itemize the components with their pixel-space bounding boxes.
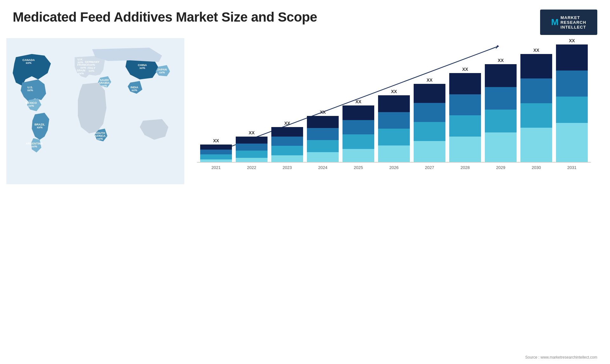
india-value: xx% [132, 89, 137, 92]
bar-seg-3 [378, 129, 410, 145]
bar-seg-2 [378, 112, 410, 129]
bar-2031-stack [556, 44, 588, 162]
italy-value: xx% [89, 69, 94, 72]
bar-2030-label: XX [533, 48, 539, 53]
bar-2026-stack [378, 95, 410, 162]
x-axis-labels: 2021 2022 2023 2024 2025 2026 2027 2028 … [197, 162, 591, 170]
bar-seg-1 [449, 73, 481, 94]
logo-line2: RESEARCH [560, 20, 586, 25]
world-map-section: CANADA xx% U.S. xx% MEXICO xx% BRAZIL xx… [6, 38, 184, 191]
bar-2028: XX [449, 67, 481, 162]
bar-2022: XX [236, 130, 268, 162]
bar-2029-stack [485, 64, 517, 162]
bar-2030-stack [520, 54, 552, 162]
year-label-2028: 2028 [449, 165, 481, 170]
bar-2025: XX [342, 99, 374, 162]
bar-seg-1 [307, 116, 339, 128]
year-label-2030: 2030 [520, 165, 552, 170]
page-title: Medicated Feed Additives Market Size and… [13, 10, 317, 25]
bar-chart-section: XX XX [184, 38, 604, 191]
bar-2023-stack [271, 127, 303, 162]
bar-seg-2 [200, 150, 232, 155]
bar-seg-1 [520, 54, 552, 78]
bar-2029: XX [485, 58, 517, 162]
china-value: xx% [139, 66, 145, 70]
bar-seg-2 [449, 94, 481, 116]
bar-2028-label: XX [462, 67, 468, 72]
saudi-value: xx% [101, 84, 107, 87]
bar-2023: XX [271, 121, 303, 162]
bar-2021-label: XX [213, 138, 219, 143]
bar-seg-3 [200, 154, 232, 159]
bar-seg-2 [236, 144, 268, 151]
bar-2031-label: XX [569, 38, 575, 43]
bar-seg-4 [200, 159, 232, 162]
bar-2022-label: XX [249, 130, 255, 135]
bar-2030: XX [520, 48, 552, 162]
year-label-2022: 2022 [236, 165, 268, 170]
spain-value: xx% [78, 72, 84, 75]
source-text: Source : www.marketresearchintellect.com [525, 355, 597, 360]
bar-2026: XX [378, 89, 410, 162]
bar-seg-2 [342, 120, 374, 135]
bar-seg-4 [271, 155, 303, 162]
bar-seg-4 [378, 145, 410, 162]
bar-seg-1 [236, 137, 268, 144]
bar-seg-3 [485, 110, 517, 132]
bar-2029-label: XX [498, 58, 504, 63]
year-label-2029: 2029 [485, 165, 517, 170]
bar-2022-stack [236, 137, 268, 162]
top-row: CANADA xx% U.S. xx% MEXICO xx% BRAZIL xx… [0, 38, 610, 364]
bar-2031: XX [556, 38, 588, 162]
header: Medicated Feed Additives Market Size and… [0, 0, 610, 38]
bar-seg-4 [236, 158, 268, 162]
germany-value: xx% [89, 63, 95, 66]
bar-seg-1 [485, 64, 517, 87]
bar-seg-4 [485, 132, 517, 162]
southafrica-value: xx% [97, 137, 103, 140]
logo-text: MARKET RESEARCH INTELLECT [560, 15, 586, 30]
japan-value: xx% [159, 71, 165, 74]
bar-seg-2 [414, 103, 445, 122]
bar-seg-1 [200, 145, 232, 150]
argentina-value: xx% [31, 145, 37, 148]
bar-seg-3 [307, 140, 339, 152]
bar-2027-stack [414, 84, 445, 162]
bar-2024-stack [307, 116, 339, 162]
bar-chart-bars: XX XX [197, 41, 591, 162]
bar-2025-label: XX [356, 99, 362, 104]
bar-seg-4 [342, 149, 374, 162]
bar-2027-label: XX [427, 78, 433, 83]
bar-seg-3 [449, 115, 481, 137]
year-label-2024: 2024 [307, 165, 339, 170]
bar-seg-1 [271, 127, 303, 137]
bar-seg-1 [378, 95, 410, 112]
bar-2026-label: XX [391, 89, 397, 94]
bar-seg-2 [520, 78, 552, 103]
year-label-2025: 2025 [342, 165, 374, 170]
logo-line3: INTELLECT [560, 25, 586, 30]
bar-2027: XX [414, 78, 445, 162]
year-label-2027: 2027 [414, 165, 445, 170]
bar-seg-3 [414, 122, 445, 141]
bar-seg-3 [236, 151, 268, 158]
bar-2021: XX [200, 138, 232, 162]
world-map-svg: CANADA xx% U.S. xx% MEXICO xx% BRAZIL xx… [6, 38, 184, 184]
logo-area: M MARKET RESEARCH INTELLECT [540, 10, 597, 35]
logo-line1: MARKET [560, 15, 586, 20]
bar-2028-stack [449, 73, 481, 162]
bar-seg-1 [414, 84, 445, 103]
bar-seg-4 [556, 123, 588, 162]
bar-seg-4 [414, 141, 445, 162]
brazil-value: xx% [37, 126, 43, 129]
bar-seg-3 [342, 134, 374, 149]
year-label-2021: 2021 [200, 165, 232, 170]
bar-seg-4 [520, 128, 552, 162]
bar-seg-2 [485, 87, 517, 110]
bar-2021-stack [200, 145, 232, 162]
canada-value: xx% [26, 61, 31, 64]
bar-seg-3 [271, 146, 303, 155]
bar-seg-4 [307, 152, 339, 162]
bar-seg-2 [271, 137, 303, 146]
us-value: xx% [27, 89, 33, 92]
